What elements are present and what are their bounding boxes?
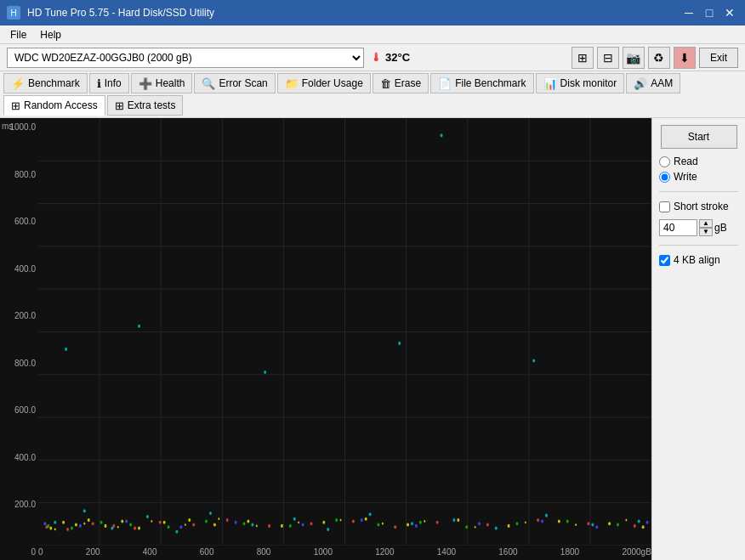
svg-point-75 [100,521,103,524]
svg-point-26 [121,519,123,523]
write-radio[interactable] [659,172,670,183]
icon-btn-1[interactable]: ⊞ [572,47,594,69]
svg-point-58 [92,522,94,525]
svg-point-29 [188,518,191,522]
x-label-1: 200 [86,547,100,559]
svg-point-95 [415,524,418,528]
tab-random-access[interactable]: ⊞ Random Access [3,95,105,116]
icon-btn-3[interactable]: 📷 [623,47,645,69]
svg-point-37 [508,524,510,528]
svg-point-80 [289,524,292,528]
x-label-7: 1400 [437,547,456,559]
menu-file[interactable]: File [3,27,33,42]
svg-point-25 [105,524,107,528]
minimize-button[interactable]: ─ [680,4,697,21]
file-bench-icon: 📄 [438,77,452,90]
svg-point-89 [79,524,82,528]
svg-point-98 [595,525,598,529]
info-icon: ℹ [97,77,101,90]
svg-point-104 [175,530,178,534]
read-radio[interactable] [659,156,670,167]
svg-point-118 [264,371,266,374]
y-axis: 1000.0 800.0 600.0 400.0 200.0 800.0 600… [0,118,38,560]
drive-selector[interactable]: WDC WD20EZAZ-00GGJB0 (2000 gB) [7,48,364,68]
tab-info[interactable]: ℹ Info [89,73,129,93]
icon-btn-2[interactable]: ⊟ [597,47,619,69]
svg-point-33 [322,521,325,524]
short-stroke-checkbox[interactable] [659,201,670,212]
tab-health[interactable]: ➕ Health [131,73,193,93]
tab-aam[interactable]: 🔊 AAM [626,73,680,93]
spin-down-button[interactable]: ▼ [699,228,713,236]
svg-point-87 [617,523,619,526]
svg-point-27 [138,527,140,530]
x-label-8: 1600 [498,547,517,559]
svg-point-83 [419,521,422,524]
svg-point-117 [138,325,140,328]
short-stroke-label[interactable]: Short stroke [659,201,738,212]
y-label-5: 800.0 [2,359,36,368]
y-label-4: 200.0 [2,311,36,320]
tab-extra-tests[interactable]: ⊞ Extra tests [107,95,184,116]
tab-erase[interactable]: 🗑 Erase [372,73,429,93]
svg-point-28 [163,521,166,524]
error-scan-icon: 🔍 [202,77,215,90]
drive-bar: WDC WD20EZAZ-00GGJB0 (2000 gB) 🌡 32°C ⊞ … [0,44,745,71]
temperature-value: 32°C [385,51,410,64]
svg-point-47 [256,525,258,528]
x-label-2: 400 [143,547,157,559]
svg-point-50 [382,523,384,525]
tab-disk-monitor[interactable]: 📊 Disk monitor [536,73,625,93]
svg-point-114 [591,523,594,526]
read-radio-label[interactable]: Read [659,156,738,167]
svg-point-102 [111,527,113,530]
start-button[interactable]: Start [661,125,737,149]
svg-point-21 [49,527,52,530]
svg-point-113 [545,514,548,518]
short-stroke-input[interactable]: 40 [659,219,697,236]
svg-point-70 [537,518,539,522]
svg-point-100 [54,521,56,524]
disk-monitor-icon: 📊 [543,77,557,90]
erase-icon: 🗑 [380,77,391,90]
tab-file-benchmark[interactable]: 📄 File Benchmark [430,73,533,93]
icon-btn-5[interactable]: ⬇ [674,47,696,69]
svg-point-53 [525,521,526,523]
x-label-4: 800 [257,547,271,559]
tab-bar: ⚡ Benchmark ℹ Info ➕ Health 🔍 Error Scan… [0,71,745,118]
tab-error-scan[interactable]: 🔍 Error Scan [194,73,275,93]
align-checkbox[interactable] [659,255,670,266]
app-icon: H [7,6,20,20]
health-icon: ➕ [139,77,152,90]
exit-button[interactable]: Exit [699,48,738,68]
svg-point-49 [340,519,342,522]
svg-point-107 [293,518,296,521]
svg-point-63 [226,518,229,522]
svg-point-96 [478,522,481,525]
maximize-button[interactable]: □ [701,4,718,21]
svg-point-109 [369,512,372,516]
close-button[interactable]: ✕ [721,4,738,21]
tab-benchmark[interactable]: ⚡ Benchmark [3,73,88,93]
icon-btn-4[interactable]: ♻ [648,47,670,69]
svg-point-67 [394,525,396,529]
folder-icon: 📁 [285,77,299,90]
svg-point-40 [642,525,645,529]
svg-point-85 [515,522,518,525]
y-label-7: 400.0 [2,453,36,462]
svg-point-77 [168,525,170,529]
y-label-0: 1000.0 [2,122,36,132]
svg-point-97 [541,519,543,523]
svg-point-24 [88,518,90,522]
menu-help[interactable]: Help [33,27,68,42]
x-axis: 0 200 400 600 800 1000 1200 1400 1600 18… [38,546,651,560]
short-stroke-spinner: 40 ▲ ▼ gB [659,219,738,236]
svg-point-38 [558,519,560,523]
svg-point-71 [587,522,589,525]
svg-point-55 [625,519,627,522]
write-radio-label[interactable]: Write [659,171,738,183]
spin-up-button[interactable]: ▲ [699,219,713,228]
align-label[interactable]: 4 KB align [659,254,738,266]
tab-folder-usage[interactable]: 📁 Folder Usage [277,73,371,93]
svg-point-42 [83,523,85,525]
